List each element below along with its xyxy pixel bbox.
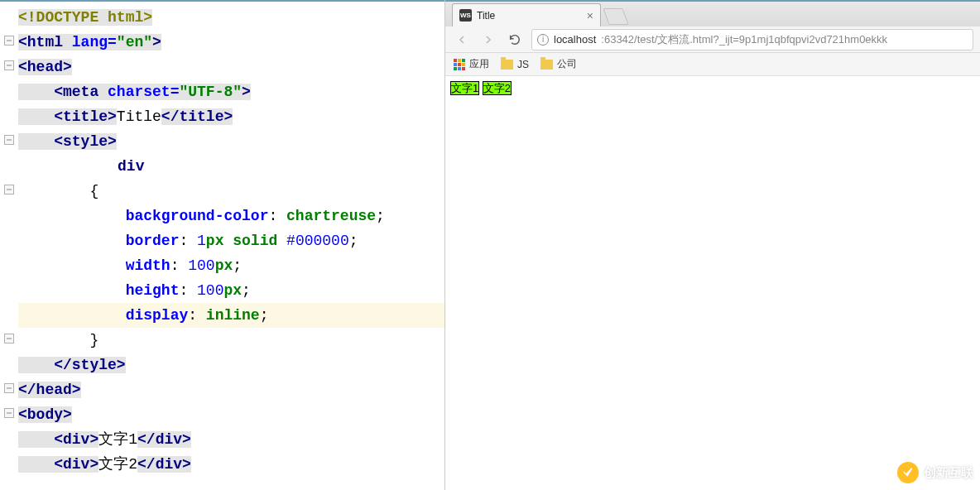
- watermark-icon: [897, 462, 919, 483]
- folder-icon: [501, 60, 513, 70]
- tab-strip: WS Title ×: [445, 0, 980, 26]
- watermark: 创新互联: [897, 462, 973, 483]
- apps-button[interactable]: 应用: [454, 57, 489, 71]
- url-path: :63342/test/文档流.html?_ijt=9p1mj1qbfqpvi2…: [601, 32, 887, 47]
- new-tab-button[interactable]: [603, 8, 628, 25]
- rendered-div-2: 文字2: [483, 81, 512, 95]
- fold-icon[interactable]: [4, 185, 14, 195]
- rendered-div-1: 文字1: [450, 81, 479, 95]
- browser-tab[interactable]: WS Title ×: [452, 3, 601, 26]
- fold-icon[interactable]: [4, 60, 14, 70]
- code-area[interactable]: <!DOCTYPE html> <html lang="en"> <head> …: [0, 2, 444, 477]
- url-host: localhost: [554, 33, 596, 46]
- info-icon[interactable]: i: [537, 34, 549, 46]
- doctype: <!DOCTYPE: [18, 9, 108, 26]
- url-input[interactable]: i localhost:63342/test/文档流.html?_ijt=9p1…: [531, 29, 973, 50]
- fold-icon[interactable]: [4, 135, 14, 145]
- bookmark-folder-company[interactable]: 公司: [540, 57, 577, 71]
- apps-icon: [454, 59, 465, 70]
- tab-title: Title: [477, 10, 582, 22]
- code-editor-pane: <!DOCTYPE html> <html lang="en"> <head> …: [0, 0, 444, 490]
- back-button[interactable]: [452, 30, 472, 50]
- close-icon[interactable]: ×: [587, 9, 593, 22]
- folder-icon: [540, 60, 553, 70]
- bookmark-folder-js[interactable]: JS: [501, 59, 529, 70]
- forward-button[interactable]: [478, 30, 498, 50]
- browser-pane: WS Title × i localhost:63342/test/文档流.ht…: [444, 0, 980, 490]
- editor-gutter: [0, 3, 18, 490]
- reload-button[interactable]: [505, 30, 525, 50]
- bookmark-bar: 应用 JS 公司: [445, 53, 980, 76]
- fold-icon[interactable]: [4, 408, 14, 418]
- favicon-icon: WS: [459, 9, 472, 22]
- fold-icon[interactable]: [4, 36, 14, 46]
- address-bar: i localhost:63342/test/文档流.html?_ijt=9p1…: [445, 26, 980, 53]
- watermark-text: 创新互联: [924, 465, 973, 481]
- fold-icon[interactable]: [4, 383, 14, 393]
- page-viewport: 文字1 文字2: [445, 76, 980, 490]
- fold-icon[interactable]: [4, 334, 14, 343]
